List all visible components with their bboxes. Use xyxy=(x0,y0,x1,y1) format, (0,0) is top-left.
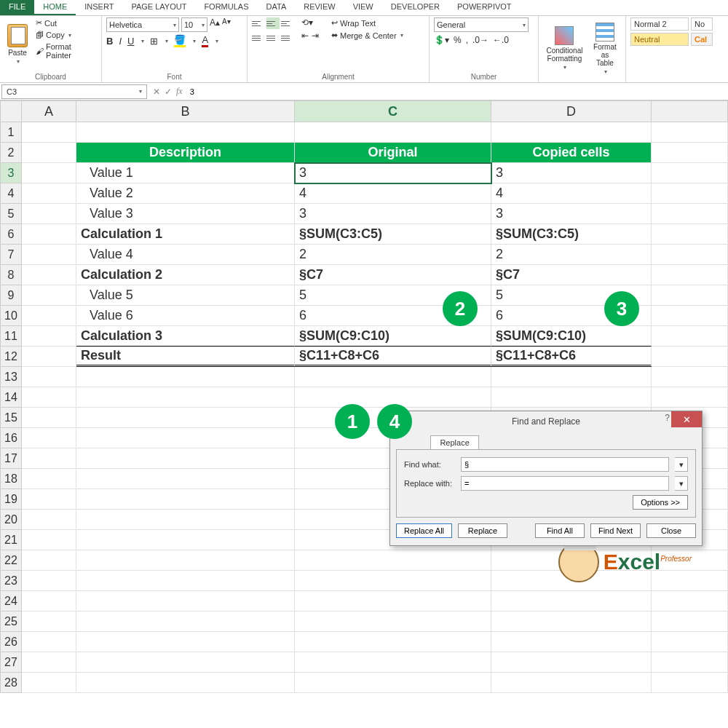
row-header-28[interactable]: 28 xyxy=(0,673,22,693)
col-header-D[interactable]: D xyxy=(491,100,652,122)
cell-A20[interactable] xyxy=(22,510,76,530)
italic-button[interactable]: I xyxy=(119,36,122,47)
cell-B9[interactable]: Value 5 xyxy=(76,285,295,306)
cell-C24[interactable] xyxy=(295,591,491,612)
find-next-button[interactable]: Find Next xyxy=(590,523,641,538)
tab-file[interactable]: FILE xyxy=(0,0,34,15)
cell-C26[interactable] xyxy=(295,632,491,652)
tab-view[interactable]: VIEW xyxy=(344,0,382,15)
cell-A26[interactable] xyxy=(22,632,76,652)
cell-D2[interactable]: Copied cells xyxy=(491,143,652,163)
cell-B24[interactable] xyxy=(76,591,295,612)
cell-D13[interactable] xyxy=(491,367,652,387)
cell-13[interactable] xyxy=(652,367,728,387)
cell-C6[interactable]: §SUM(C3:C5) xyxy=(295,224,491,245)
cell-A24[interactable] xyxy=(22,591,76,612)
style-neutral[interactable]: Neutral xyxy=(630,33,689,46)
orientation-button[interactable]: ⟲▾ xyxy=(301,17,319,28)
cell-B2[interactable]: Description xyxy=(76,143,295,163)
increase-indent-button[interactable]: ⇥ xyxy=(312,31,319,41)
bold-button[interactable]: B xyxy=(106,36,113,47)
style-cal[interactable]: Cal xyxy=(691,33,713,46)
border-button[interactable]: ⊞ xyxy=(150,36,158,47)
fill-color-button[interactable]: 🪣 xyxy=(174,34,186,47)
style-normal2[interactable]: Normal 2 xyxy=(630,17,689,31)
merge-center-button[interactable]: ⬌Merge & Center▾ xyxy=(329,30,405,41)
cell-D14[interactable] xyxy=(491,387,652,408)
cell-C8[interactable]: §C7 xyxy=(295,265,491,285)
cell-C27[interactable] xyxy=(295,652,491,673)
cell-B7[interactable]: Value 4 xyxy=(76,245,295,265)
increase-decimal-button[interactable]: .0→ xyxy=(472,35,488,45)
cell-D28[interactable] xyxy=(491,673,652,693)
options-button[interactable]: Options >> xyxy=(633,495,688,510)
format-painter-button[interactable]: 🖌Format Painter xyxy=(33,41,97,60)
row-header-4[interactable]: 4 xyxy=(0,183,22,204)
cell-B11[interactable]: Calculation 3 xyxy=(76,326,295,347)
cell-C25[interactable] xyxy=(295,612,491,632)
cell-A17[interactable] xyxy=(22,448,76,469)
cell-C5[interactable]: 3 xyxy=(295,204,491,224)
row-header-13[interactable]: 13 xyxy=(0,367,22,387)
cell-D25[interactable] xyxy=(491,612,652,632)
cell-B19[interactable] xyxy=(76,489,295,510)
row-header-22[interactable]: 22 xyxy=(0,550,22,571)
row-header-23[interactable]: 23 xyxy=(0,571,22,591)
replace-with-input[interactable] xyxy=(461,476,669,491)
underline-button[interactable]: U xyxy=(127,36,134,47)
cut-button[interactable]: ✂Cut xyxy=(33,17,97,28)
dialog-close-button[interactable]: ✕ xyxy=(671,411,702,427)
cell-C22[interactable] xyxy=(295,550,491,571)
row-header-26[interactable]: 26 xyxy=(0,632,22,652)
tab-powerpivot[interactable]: POWERPIVOT xyxy=(448,0,521,15)
tab-developer[interactable]: DEVELOPER xyxy=(382,0,448,15)
row-header-1[interactable]: 1 xyxy=(0,122,22,143)
cell-A28[interactable] xyxy=(22,673,76,693)
find-what-input[interactable] xyxy=(461,457,669,472)
cell-A9[interactable] xyxy=(22,285,76,306)
cell-C1[interactable] xyxy=(295,122,491,143)
cell-A7[interactable] xyxy=(22,245,76,265)
col-header-A[interactable]: A xyxy=(22,100,76,122)
cell-D24[interactable] xyxy=(491,591,652,612)
row-header-8[interactable]: 8 xyxy=(0,265,22,285)
cell-A23[interactable] xyxy=(22,571,76,591)
cell-26[interactable] xyxy=(652,632,728,652)
cell-D8[interactable]: §C7 xyxy=(491,265,652,285)
fx-icon[interactable]: fx xyxy=(176,86,183,97)
cell-B5[interactable]: Value 3 xyxy=(76,204,295,224)
cell-A4[interactable] xyxy=(22,183,76,204)
row-header-27[interactable]: 27 xyxy=(0,652,22,673)
wrap-text-button[interactable]: ↩Wrap Text xyxy=(329,17,405,28)
cell-A21[interactable] xyxy=(22,530,76,550)
row-header-16[interactable]: 16 xyxy=(0,428,22,448)
cell-D4[interactable]: 4 xyxy=(491,183,652,204)
cell-B23[interactable] xyxy=(76,571,295,591)
row-header-10[interactable]: 10 xyxy=(0,306,22,326)
col-header-B[interactable]: B xyxy=(76,100,295,122)
cell-B26[interactable] xyxy=(76,632,295,652)
cell-A8[interactable] xyxy=(22,265,76,285)
cell-C3[interactable]: 3 xyxy=(295,163,491,183)
cell-10[interactable] xyxy=(652,306,728,326)
row-header-2[interactable]: 2 xyxy=(0,143,22,163)
tab-home[interactable]: HOME xyxy=(34,0,76,15)
row-header-19[interactable]: 19 xyxy=(0,489,22,510)
cell-14[interactable] xyxy=(652,387,728,408)
row-header-11[interactable]: 11 xyxy=(0,326,22,347)
conditional-formatting-button[interactable]: Conditional Formatting▾ xyxy=(543,17,586,79)
style-no[interactable]: No xyxy=(691,17,713,31)
cell-A27[interactable] xyxy=(22,652,76,673)
format-as-table-button[interactable]: Format as Table▾ xyxy=(589,17,621,79)
cell-A11[interactable] xyxy=(22,326,76,347)
cell-A1[interactable] xyxy=(22,122,76,143)
cell-A3[interactable] xyxy=(22,163,76,183)
cell-B10[interactable]: Value 6 xyxy=(76,306,295,326)
cell-B28[interactable] xyxy=(76,673,295,693)
row-header-3[interactable]: 3 xyxy=(0,163,22,183)
row-header-14[interactable]: 14 xyxy=(0,387,22,408)
cell-B16[interactable] xyxy=(76,428,295,448)
cell-B3[interactable]: Value 1 xyxy=(76,163,295,183)
row-header-5[interactable]: 5 xyxy=(0,204,22,224)
enter-formula-icon[interactable]: ✓ xyxy=(165,87,172,97)
